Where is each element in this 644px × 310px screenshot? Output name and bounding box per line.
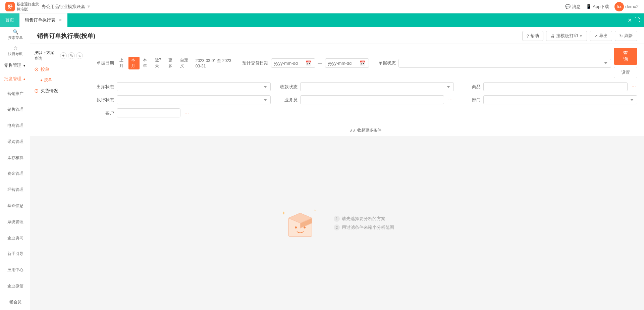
nav-maximize-btn[interactable]: ⛶: [635, 17, 640, 23]
sidebar-item-wechat[interactable]: 企业微信: [0, 278, 30, 294]
sidebar-item-ecommerce[interactable]: 电商管理: [0, 118, 30, 134]
sidebar-item-system[interactable]: 系统管理: [0, 214, 30, 230]
customer-field: 客户 ···: [94, 108, 188, 117]
data-area: ✦ ✦ · 1 请先选择要分析的方案 2 用过滤条件来缩小分析范围: [30, 136, 644, 310]
filter-sidebar: 按以下方案查询 + ✎ «: [30, 44, 87, 136]
salesperson-input[interactable]: [300, 95, 444, 104]
sidebar-item-retail[interactable]: 零售管理 ▼: [0, 59, 30, 72]
salesperson-picker-btn[interactable]: ···: [447, 97, 454, 103]
customer-input[interactable]: [117, 108, 180, 117]
sidebar-item-wholesale[interactable]: 批发管理 ▲: [0, 72, 30, 86]
product-picker-btn[interactable]: ···: [630, 84, 637, 90]
sidebar-item-basic[interactable]: 基础信息: [0, 198, 30, 214]
outbound-select[interactable]: [117, 82, 271, 91]
product-input[interactable]: [483, 82, 627, 91]
page-header: 销售订单执行表(按单) ? 帮助 🖨 按模板打印 ▼ ↗ 导出 ↻ 刷新: [30, 27, 644, 44]
salesperson-field: 业务员 ···: [277, 95, 454, 104]
empty-step2: 2 用过滤条件来缩小分析范围: [334, 224, 394, 230]
sidebar-item-guide[interactable]: 新手引导: [0, 246, 30, 262]
sidebar-item-search-menu[interactable]: 🔍 搜索菜单: [0, 27, 30, 43]
date-tab-more[interactable]: 更多: [166, 57, 177, 69]
predicted-date-end[interactable]: 📅: [325, 58, 369, 68]
star-icon: ☆: [13, 45, 18, 51]
message-btn[interactable]: 💬 消息: [565, 4, 581, 10]
collapse-bar[interactable]: ∧∧ 收起更多条件: [87, 125, 644, 136]
date-tab-last-month[interactable]: 上月: [117, 57, 128, 69]
search-button[interactable]: 查询: [614, 48, 637, 65]
calendar-icon1[interactable]: 📅: [306, 60, 311, 66]
status-select[interactable]: [398, 59, 611, 68]
filter-form-area: 单据日期 上月 本月 本年 近7天 更多 自定义 2023-03-01 至 20…: [87, 44, 644, 136]
sidebar: 🔍 搜索菜单 ☆ 快捷导航 零售管理 ▼ 批发管理 ▲ 营销推广 销售管理 电商…: [0, 27, 30, 310]
receipt-select[interactable]: [300, 82, 454, 91]
exec-field: 执行状态: [94, 95, 271, 104]
message-icon: 💬: [565, 4, 571, 9]
date-tab-this-year[interactable]: 本年: [140, 57, 151, 69]
filter-sidebar-tools: + ✎ «: [60, 52, 83, 59]
sidebar-item-sales[interactable]: 销售管理: [0, 102, 30, 118]
setup-button[interactable]: 设置: [614, 67, 637, 78]
scheme-press[interactable]: ⊙ 按单: [30, 63, 87, 75]
filter-row-2: 出库状态 收款状态: [94, 82, 637, 91]
tab-home[interactable]: 首页: [0, 13, 19, 27]
predicted-date-end-input[interactable]: [328, 61, 358, 66]
sidebar-item-finance[interactable]: 资金管理: [0, 166, 30, 182]
predicted-date-start-input[interactable]: [274, 61, 304, 66]
svg-text:✦: ✦: [282, 210, 286, 216]
dept-select[interactable]: [483, 95, 637, 104]
collapse-up-icon: ∧∧: [350, 128, 356, 133]
tab-sales-order-exec[interactable]: 销售订单执行表 ✕: [19, 13, 67, 27]
tab-close-btn[interactable]: ✕: [59, 18, 62, 22]
breadcrumb[interactable]: 办公用品行业模拟账套 ▼: [42, 4, 91, 10]
sidebar-item-operation[interactable]: 经营管理: [0, 182, 30, 198]
step2-circle: 2: [334, 224, 340, 230]
add-scheme-btn[interactable]: +: [60, 52, 67, 59]
sub-scheme-press[interactable]: ● 按单: [30, 75, 87, 85]
exec-select[interactable]: [117, 95, 271, 104]
predicted-date-start[interactable]: 📅: [271, 58, 315, 68]
sidebar-item-purchase[interactable]: 采购管理: [0, 134, 30, 150]
filter-row-4: 客户 ···: [94, 108, 637, 117]
empty-text: 1 请先选择要分析的方案 2 用过滤条件来缩小分析范围: [334, 216, 394, 230]
empty-state: ✦ ✦ · 1 请先选择要分析的方案 2 用过滤条件来缩小分析范围: [280, 205, 394, 242]
empty-illustration: ✦ ✦ ·: [280, 205, 320, 242]
svg-point-4: [304, 226, 306, 228]
user-avatar[interactable]: Ea demo2: [614, 2, 639, 11]
sidebar-item-inventory[interactable]: 库存核算: [0, 150, 30, 166]
sidebar-item-quick-nav[interactable]: ☆ 快捷导航: [0, 43, 30, 59]
top-header: 好 畅捷通好生意 标准版 办公用品行业模拟账套 ▼ 💬 消息 📱 App下载 E…: [0, 0, 644, 13]
nav-minimize-btn[interactable]: ✕: [628, 17, 632, 23]
scheme-debt[interactable]: ⊙ 欠货情况: [30, 85, 87, 97]
help-icon: ?: [527, 34, 529, 39]
content-area: 销售订单执行表(按单) ? 帮助 🖨 按模板打印 ▼ ↗ 导出 ↻ 刷新: [30, 27, 644, 310]
sidebar-item-member[interactable]: 畅会员: [0, 294, 30, 310]
export-icon: ↗: [594, 34, 598, 39]
scheme-icon2: ⊙: [34, 88, 39, 94]
logo-text: 畅捷通好生意 标准版: [17, 2, 39, 11]
print-icon: 🖨: [550, 34, 555, 39]
export-btn[interactable]: ↗ 导出: [590, 31, 612, 41]
filter-row-3: 执行状态 业务员 ··· 部门: [94, 95, 637, 104]
help-btn[interactable]: ? 帮助: [522, 31, 543, 41]
filter-sidebar-header: 按以下方案查询 + ✎ «: [30, 48, 87, 63]
customer-picker-btn[interactable]: ···: [183, 110, 190, 116]
logo-area: 好 畅捷通好生意 标准版: [5, 2, 39, 11]
refresh-btn[interactable]: ↻ 刷新: [615, 31, 637, 41]
nav-tabs: 首页 销售订单执行表 ✕ ✕ ⛶: [0, 13, 644, 27]
dropdown-arrow: ▼: [579, 34, 583, 38]
collapse-sidebar-btn[interactable]: «: [76, 52, 83, 59]
dept-field: 部门: [461, 95, 637, 104]
date-tab-this-month[interactable]: 本月: [128, 57, 140, 69]
calendar-icon2[interactable]: 📅: [360, 60, 365, 66]
edit-scheme-btn[interactable]: ✎: [68, 52, 75, 59]
sidebar-item-marketing[interactable]: 营销推广: [0, 86, 30, 102]
sidebar-item-enterprise[interactable]: 企业协同: [0, 230, 30, 246]
main-layout: 🔍 搜索菜单 ☆ 快捷导航 零售管理 ▼ 批发管理 ▲ 营销推广 销售管理 电商…: [0, 27, 644, 310]
date-tab-custom[interactable]: 自定义: [177, 57, 192, 69]
filter-panel: 按以下方案查询 + ✎ «: [30, 44, 644, 136]
date-tab-7days[interactable]: 近7天: [152, 57, 165, 69]
print-btn[interactable]: 🖨 按模板打印 ▼: [546, 31, 587, 41]
sidebar-item-apps[interactable]: 应用中心: [0, 262, 30, 278]
step1-circle: 1: [334, 216, 340, 222]
app-download-btn[interactable]: 📱 App下载: [586, 4, 609, 10]
